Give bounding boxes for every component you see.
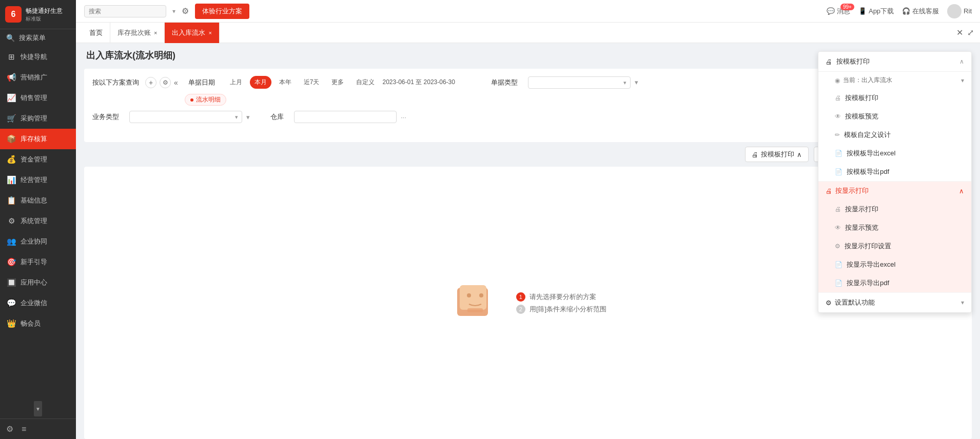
tab-home[interactable]: 首页 bbox=[82, 23, 110, 43]
filter-add-button[interactable]: + bbox=[145, 77, 156, 88]
tab-in-out-flow-close[interactable]: × bbox=[208, 30, 211, 36]
sidebar-item-sales[interactable]: 📈 销售管理 bbox=[0, 88, 76, 108]
tab-in-out-flow[interactable]: 出入库流水 × bbox=[165, 23, 219, 43]
sidebar-label-collab: 企业协同 bbox=[21, 237, 47, 246]
current-icon: ◉ bbox=[835, 77, 840, 84]
sidebar-label-wechat: 企业微信 bbox=[21, 298, 47, 308]
svg-rect-1 bbox=[460, 285, 486, 310]
sidebar-item-guide[interactable]: 🎯 新手引导 bbox=[0, 252, 76, 272]
tab-batch-account[interactable]: 库存批次账 × bbox=[110, 23, 165, 43]
dropdown-printer-icon: 🖨 bbox=[826, 58, 832, 66]
template-preview-icon: 👁 bbox=[835, 113, 841, 120]
sidebar-item-operations[interactable]: 📊 经营管理 bbox=[0, 170, 76, 190]
dropdown-item-template-preview[interactable]: 👁 按模板预览 bbox=[818, 107, 971, 126]
sidebar-item-basics[interactable]: 📋 基础信息 bbox=[0, 190, 76, 211]
footer-label: 设置默认功能 bbox=[835, 298, 875, 307]
sidebar-item-system[interactable]: ⚙ 系统管理 bbox=[0, 211, 76, 231]
collab-icon: 👥 bbox=[6, 236, 16, 247]
dropdown-item-display-preview[interactable]: 👁 按显示预览 bbox=[818, 218, 971, 237]
svg-point-3 bbox=[479, 293, 483, 297]
print-chevron: ∧ bbox=[797, 151, 802, 158]
sidebar-item-inventory[interactable]: 📦 库存核算 bbox=[0, 129, 76, 149]
dropdown-current[interactable]: ◉ 当前：出入库流水 ▾ bbox=[818, 72, 971, 89]
guide-icon: 🎯 bbox=[6, 257, 16, 267]
biz-type-row: 业务类型 ▾ bbox=[92, 111, 250, 123]
display-print-icon: 🖨 bbox=[835, 206, 841, 213]
sidebar-search[interactable]: 🔍 搜索菜单 bbox=[0, 29, 76, 47]
sidebar-item-wechat[interactable]: 💬 企业微信 bbox=[0, 293, 76, 313]
date-btn-last-month[interactable]: 上月 bbox=[225, 76, 247, 89]
biz-type-dropdown-icon[interactable]: ▾ bbox=[246, 113, 250, 121]
date-btn-custom[interactable]: 自定义 bbox=[351, 76, 379, 89]
dropdown-item-display-print[interactable]: 🖨 按显示打印 bbox=[818, 200, 971, 218]
type-select-input[interactable] bbox=[528, 76, 631, 89]
filter-collapse-button[interactable]: « bbox=[174, 78, 178, 87]
dropdown-item-template-design[interactable]: ✏ 模板自定义设计 bbox=[818, 126, 971, 144]
finance-icon: 💰 bbox=[6, 154, 16, 165]
quick-nav-icon: ⊞ bbox=[6, 52, 16, 62]
sidebar-item-apps[interactable]: 🔲 应用中心 bbox=[0, 272, 76, 293]
biz-type-select-wrapper bbox=[129, 111, 242, 123]
dropdown-item-display-pdf[interactable]: 📄 按显示导出pdf bbox=[818, 274, 971, 292]
topbar-search-input[interactable] bbox=[84, 5, 166, 17]
dropdown-item-display-settings[interactable]: ⚙ 按显示打印设置 bbox=[818, 237, 971, 255]
date-btn-7days[interactable]: 近7天 bbox=[299, 76, 324, 89]
tab-batch-account-close[interactable]: × bbox=[154, 30, 157, 36]
vip-icon: 👑 bbox=[6, 318, 16, 329]
tab-maximize-icon[interactable]: ⤢ bbox=[967, 28, 974, 37]
operations-icon: 📊 bbox=[6, 175, 16, 185]
dropdown-item-template-pdf[interactable]: 📄 按模板导出pdf bbox=[818, 163, 971, 181]
dropdown-item-template-print[interactable]: 🖨 按模板打印 bbox=[818, 89, 971, 107]
display-excel-icon: 📄 bbox=[835, 261, 842, 268]
warehouse-input[interactable] bbox=[294, 111, 397, 123]
hint-num-1: 1 bbox=[516, 292, 525, 302]
app-download-label: App下载 bbox=[869, 7, 894, 16]
filter-label: 按以下方案查询 bbox=[92, 78, 139, 87]
sidebar-label-system: 系统管理 bbox=[21, 216, 47, 226]
sidebar-item-marketing[interactable]: 📢 营销推广 bbox=[0, 67, 76, 88]
tab-close-all-icon[interactable]: ✕ bbox=[956, 28, 963, 37]
sidebar-item-collab[interactable]: 👥 企业协同 bbox=[0, 231, 76, 252]
headset-icon: 🎧 bbox=[902, 7, 910, 15]
sidebar-item-vip[interactable]: 👑 畅会员 bbox=[0, 313, 76, 334]
date-range-display: 2023-06-01 至 2023-06-30 bbox=[382, 78, 455, 87]
display-excel-label: 按显示导出excel bbox=[847, 260, 895, 269]
app-edition: 标准版 bbox=[26, 15, 63, 23]
trial-button[interactable]: 体验行业方案 bbox=[195, 4, 249, 19]
app-download-item[interactable]: 📱 App下载 bbox=[858, 7, 894, 16]
topbar-chevron-icon[interactable]: ▾ bbox=[172, 8, 175, 15]
filter-setting-button[interactable]: ⚙ bbox=[160, 77, 171, 88]
warehouse-dots[interactable]: ··· bbox=[401, 113, 406, 121]
collapse-sidebar-icon[interactable]: ≡ bbox=[22, 425, 26, 434]
template-design-icon: ✏ bbox=[835, 131, 840, 138]
print-button[interactable]: 🖨 按模板打印 ∧ bbox=[745, 147, 809, 162]
flow-detail-tag[interactable]: 流水明细 bbox=[185, 94, 226, 106]
dropdown-item-template-excel[interactable]: 📄 按模板导出excel bbox=[818, 144, 971, 163]
biz-type-input[interactable] bbox=[129, 111, 242, 123]
sidebar-item-finance[interactable]: 💰 资金管理 bbox=[0, 149, 76, 170]
dropdown-footer[interactable]: ⚙ 设置默认功能 ▾ bbox=[818, 293, 971, 312]
online-service-item[interactable]: 🎧 在线客服 bbox=[902, 7, 939, 16]
dropdown-item-display-excel[interactable]: 📄 按显示导出excel bbox=[818, 255, 971, 274]
sidebar-item-quick-nav[interactable]: ⊞ 快捷导航 bbox=[0, 47, 76, 67]
dropdown-collapse-icon[interactable]: ∧ bbox=[959, 58, 964, 65]
user-avatar-item[interactable]: Rit bbox=[947, 4, 972, 18]
type-dropdown-icon[interactable]: ▾ bbox=[635, 78, 638, 86]
sidebar-label-purchase: 采购管理 bbox=[21, 114, 47, 123]
warehouse-row: 仓库 ··· bbox=[270, 111, 406, 123]
hint-item-2: 2 用[筛]条件来缩小分析范围 bbox=[516, 305, 606, 314]
message-item[interactable]: 💬 消息 99+ bbox=[827, 7, 850, 16]
date-btn-this-year[interactable]: 本年 bbox=[275, 76, 296, 89]
dropdown-header: 🖨 按模板打印 ∧ bbox=[818, 52, 971, 72]
sidebar-item-purchase[interactable]: 🛒 采购管理 bbox=[0, 108, 76, 129]
topbar-gear-icon[interactable]: ⚙ bbox=[182, 6, 189, 16]
sidebar-label-guide: 新手引导 bbox=[21, 257, 47, 267]
footer-content: ⚙ 设置默认功能 bbox=[826, 298, 875, 307]
sidebar-scroll-down[interactable]: ▼ bbox=[34, 401, 42, 416]
sidebar-label-finance: 资金管理 bbox=[21, 155, 47, 164]
date-btn-this-month[interactable]: 本月 bbox=[250, 76, 271, 89]
dropdown-subsection-header[interactable]: 🖨 按显示打印 ∧ bbox=[818, 182, 971, 200]
template-design-label: 模板自定义设计 bbox=[844, 130, 891, 139]
date-btn-more[interactable]: 更多 bbox=[327, 76, 348, 89]
settings-bottom-icon[interactable]: ⚙ bbox=[6, 424, 13, 434]
